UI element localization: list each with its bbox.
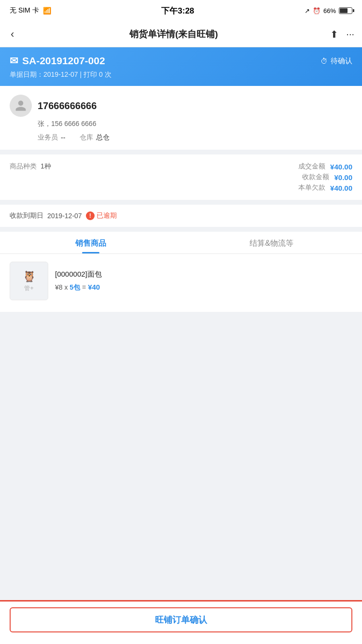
order-id-icon: ✉ — [10, 55, 18, 67]
product-logo-icon: 🦉 — [23, 269, 36, 284]
product-price-row: ¥8 x 5包 = ¥40 — [55, 283, 352, 292]
tab-settlement-logistics[interactable]: 结算&物流等 — [181, 232, 362, 253]
amount-row-0: 成交金额 ¥40.00 — [298, 162, 352, 171]
sales-label: 业务员 — [38, 133, 58, 142]
avatar — [10, 95, 32, 117]
location-icon: ↗ — [305, 7, 310, 14]
warehouse-value: 总仓 — [96, 133, 110, 142]
battery-percent: 66% — [323, 7, 336, 14]
overdue-badge: ! 已逾期 — [86, 211, 117, 220]
order-date: 单据日期：2019-12-07 | 打印 0 次 — [10, 70, 352, 79]
amount-value-0: ¥40.00 — [330, 163, 352, 171]
summary-left: 商品种类 1种 — [10, 162, 51, 171]
amount-row-2: 本单欠款 ¥40.00 — [298, 183, 352, 192]
overdue-text: 已逾期 — [97, 211, 117, 220]
product-name: [0000002]面包 — [55, 270, 352, 279]
confirm-button-container: 旺铺订单确认 — [0, 600, 362, 644]
amount-value-2: ¥40.00 — [330, 184, 352, 192]
customer-top: 17666666666 — [10, 95, 352, 117]
tabs-header: 销售商品 结算&物流等 — [0, 232, 362, 254]
product-type-label: 商品种类 — [10, 162, 37, 171]
bottom-area — [0, 312, 362, 418]
user-icon — [14, 99, 27, 112]
order-id-text: SA-20191207-002 — [22, 55, 105, 67]
product-type-row: 商品种类 1种 — [10, 162, 51, 171]
status-bar: 无 SIM 卡 📶 下午3:28 ↗ ⏰ 66% — [0, 0, 362, 21]
product-item: 🦉 管+ [0000002]面包 ¥8 x 5包 = ¥40 — [10, 262, 352, 300]
product-total: ¥40 — [88, 283, 100, 291]
overdue-warning-icon: ! — [86, 211, 95, 220]
product-logo-text: 管+ — [24, 285, 33, 292]
sales-meta: 业务员 -- — [38, 133, 65, 142]
amount-label-2: 本单欠款 — [298, 183, 325, 192]
product-thumbnail: 🦉 管+ — [10, 262, 48, 300]
nav-actions: ⬆ ··· — [330, 28, 354, 40]
product-info: [0000002]面包 ¥8 x 5包 = ¥40 — [55, 270, 352, 292]
amount-row-1: 收款金额 ¥0.00 — [302, 173, 352, 182]
product-unit-price: ¥8 — [55, 283, 63, 291]
customer-name: 张，156 6666 6666 — [38, 120, 352, 128]
amount-label-0: 成交金额 — [298, 162, 325, 171]
alarm-icon: ⏰ — [313, 7, 320, 14]
status-clock-icon: ⏱ — [320, 57, 328, 65]
customer-phone: 17666666666 — [38, 100, 97, 112]
back-button[interactable]: ‹ — [8, 25, 17, 43]
product-list: 🦉 管+ [0000002]面包 ¥8 x 5包 = ¥40 — [0, 254, 362, 312]
page-title: 销货单详情(来自旺铺) — [129, 28, 218, 41]
tabs-section: 销售商品 结算&物流等 🦉 管+ [0000002]面包 ¥8 x 5包 = — [0, 232, 362, 312]
summary-right: 成交金额 ¥40.00 收款金额 ¥0.00 本单欠款 ¥40.00 — [298, 162, 352, 192]
status-right: ↗ ⏰ 66% — [305, 7, 352, 14]
share-button[interactable]: ⬆ — [330, 28, 338, 40]
carrier-text: 无 SIM 卡 — [10, 6, 39, 15]
confirm-order-button[interactable]: 旺铺订单确认 — [10, 607, 352, 632]
warehouse-meta: 仓库 总仓 — [80, 133, 110, 142]
customer-meta: 业务员 -- 仓库 总仓 — [38, 133, 352, 142]
customer-section: 17666666666 张，156 6666 6666 业务员 -- 仓库 总仓 — [0, 86, 362, 150]
due-date-label: 收款到期日 — [10, 211, 43, 220]
time-display: 下午3:28 — [161, 5, 194, 16]
product-type-value: 1种 — [41, 162, 51, 171]
order-banner: ✉ SA-20191207-002 ⏱ 待确认 单据日期：2019-12-07 … — [0, 47, 362, 86]
summary-section: 商品种类 1种 成交金额 ¥40.00 收款金额 ¥0.00 本单欠款 ¥40.… — [0, 154, 362, 200]
order-status: ⏱ 待确认 — [320, 56, 352, 66]
warehouse-label: 仓库 — [80, 133, 93, 142]
status-text: 待确认 — [331, 56, 352, 66]
product-qty: 5包 — [70, 283, 80, 291]
status-left: 无 SIM 卡 📶 — [10, 6, 51, 15]
more-button[interactable]: ··· — [346, 28, 354, 40]
nav-bar: ‹ 销货单详情(来自旺铺) ⬆ ··· — [0, 21, 362, 47]
tab-sales-products[interactable]: 销售商品 — [0, 232, 181, 253]
order-id: ✉ SA-20191207-002 — [10, 55, 105, 67]
battery-icon — [339, 7, 352, 14]
sales-value: -- — [61, 134, 65, 141]
due-date-section: 收款到期日 2019-12-07 ! 已逾期 — [0, 205, 362, 227]
order-banner-top: ✉ SA-20191207-002 ⏱ 待确认 — [10, 55, 352, 67]
due-date-value: 2019-12-07 — [47, 212, 82, 220]
amount-value-1: ¥0.00 — [334, 173, 352, 182]
amount-label-1: 收款金额 — [302, 173, 329, 182]
wifi-icon: 📶 — [43, 7, 51, 14]
